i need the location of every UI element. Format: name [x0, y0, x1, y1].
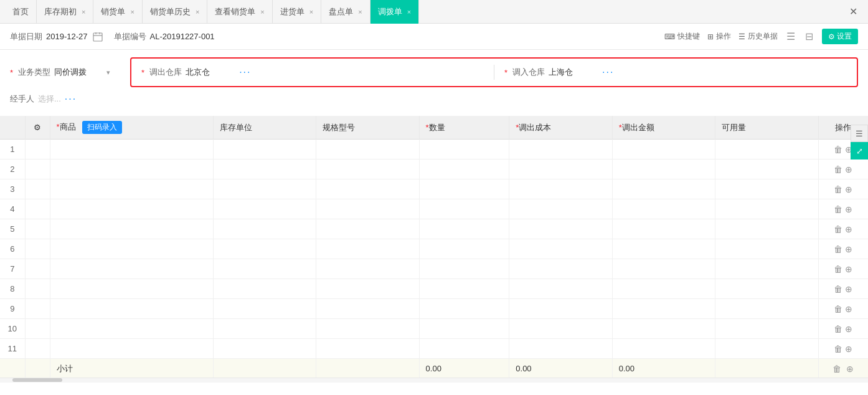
row-amount-10[interactable] — [612, 319, 715, 339]
delete-icon-10[interactable]: 🗑 — [834, 324, 842, 334]
delete-icon-4[interactable]: 🗑 — [834, 204, 842, 214]
row-gear-2[interactable] — [25, 159, 50, 179]
delete-icon-9[interactable]: 🗑 — [834, 304, 842, 314]
layout-list-icon[interactable]: ☰ — [785, 29, 796, 44]
warehouse-out-dots[interactable]: ··· — [239, 67, 251, 78]
row-product-9[interactable] — [50, 299, 213, 319]
row-cost-10[interactable] — [509, 319, 612, 339]
copy-icon-2[interactable]: ⊕ — [845, 164, 852, 174]
row-qty-6[interactable] — [419, 239, 509, 259]
tab-purchase[interactable]: 进货单 × — [273, 0, 321, 24]
row-qty-7[interactable] — [419, 259, 509, 279]
row-qty-4[interactable] — [419, 199, 509, 219]
gear-icon[interactable]: ⚙ — [34, 123, 41, 132]
row-amount-6[interactable] — [612, 239, 715, 259]
row-qty-3[interactable] — [419, 179, 509, 199]
subtotal-delete-icon[interactable]: 🗑 — [833, 364, 841, 374]
row-gear-8[interactable] — [25, 279, 50, 299]
right-panel-list-btn[interactable]: ☰ — [851, 125, 868, 142]
row-gear-10[interactable] — [25, 319, 50, 339]
tab-sales-order[interactable]: 销货单 × — [93, 0, 142, 24]
row-product-8[interactable] — [50, 279, 213, 299]
scrollbar-thumb[interactable] — [12, 378, 62, 382]
tab-inventory-init[interactable]: 库存期初 × — [37, 0, 93, 24]
tab-sales-history-close[interactable]: × — [196, 8, 199, 16]
row-qty-11[interactable] — [419, 339, 509, 359]
row-amount-9[interactable] — [612, 299, 715, 319]
row-gear-5[interactable] — [25, 219, 50, 239]
row-gear-7[interactable] — [25, 259, 50, 279]
row-cost-6[interactable] — [509, 239, 612, 259]
tab-view-sales[interactable]: 查看销货单 × — [207, 0, 272, 24]
tab-sales-history[interactable]: 销货单历史 × — [143, 0, 207, 24]
copy-icon-5[interactable]: ⊕ — [845, 224, 852, 234]
calendar-icon[interactable] — [92, 31, 104, 43]
copy-icon-11[interactable]: ⊕ — [845, 344, 852, 354]
row-cost-7[interactable] — [509, 259, 612, 279]
row-product-7[interactable] — [50, 259, 213, 279]
tab-stocktake[interactable]: 盘点单 × — [321, 0, 370, 24]
row-amount-2[interactable] — [612, 159, 715, 179]
row-cost-5[interactable] — [509, 219, 612, 239]
delete-icon-5[interactable]: 🗑 — [834, 224, 842, 234]
row-qty-8[interactable] — [419, 279, 509, 299]
row-amount-7[interactable] — [612, 259, 715, 279]
row-product-4[interactable] — [50, 199, 213, 219]
handler-dots[interactable]: ··· — [65, 93, 77, 105]
row-gear-4[interactable] — [25, 199, 50, 219]
row-product-2[interactable] — [50, 159, 213, 179]
warehouse-in-dots[interactable]: ··· — [602, 67, 614, 78]
tab-transfer-close[interactable]: × — [407, 8, 411, 16]
row-cost-9[interactable] — [509, 299, 612, 319]
operate-button[interactable]: ⊞ 操作 — [707, 31, 731, 42]
row-amount-11[interactable] — [612, 339, 715, 359]
row-qty-2[interactable] — [419, 159, 509, 179]
row-qty-10[interactable] — [419, 319, 509, 339]
row-qty-1[interactable] — [419, 140, 509, 159]
row-product-11[interactable] — [50, 339, 213, 359]
col-gear-header[interactable]: ⚙ — [25, 116, 50, 140]
tab-home[interactable]: 首页 — [5, 0, 37, 24]
delete-icon-8[interactable]: 🗑 — [834, 284, 842, 294]
scrollbar-area[interactable] — [0, 378, 868, 383]
row-amount-5[interactable] — [612, 219, 715, 239]
row-gear-6[interactable] — [25, 239, 50, 259]
copy-icon-4[interactable]: ⊕ — [845, 204, 852, 214]
tab-view-sales-close[interactable]: × — [260, 8, 264, 16]
row-product-3[interactable] — [50, 179, 213, 199]
business-type-select[interactable]: 同价调拨 ▾ — [54, 67, 110, 78]
row-qty-9[interactable] — [419, 299, 509, 319]
copy-icon-3[interactable]: ⊕ — [845, 184, 852, 194]
row-cost-3[interactable] — [509, 179, 612, 199]
tab-sales-order-close[interactable]: × — [130, 8, 134, 16]
row-qty-5[interactable] — [419, 219, 509, 239]
handler-placeholder[interactable]: 选择... — [38, 93, 61, 105]
row-amount-1[interactable] — [612, 140, 715, 159]
shortcut-button[interactable]: ⌨ 快捷键 — [664, 31, 700, 42]
copy-icon-10[interactable]: ⊕ — [845, 324, 852, 334]
row-amount-4[interactable] — [612, 199, 715, 219]
row-cost-4[interactable] — [509, 199, 612, 219]
row-gear-3[interactable] — [25, 179, 50, 199]
row-gear-11[interactable] — [25, 339, 50, 359]
row-cost-8[interactable] — [509, 279, 612, 299]
delete-icon-3[interactable]: 🗑 — [834, 184, 842, 194]
tab-inventory-init-close[interactable]: × — [82, 8, 85, 16]
row-cost-2[interactable] — [509, 159, 612, 179]
delete-icon-1[interactable]: 🗑 — [834, 145, 842, 155]
tab-purchase-close[interactable]: × — [309, 8, 313, 16]
row-product-1[interactable] — [50, 140, 213, 159]
tab-transfer[interactable]: 调拨单 × — [370, 0, 419, 24]
row-gear-1[interactable] — [25, 140, 50, 159]
layout-grid-icon[interactable]: ⊟ — [804, 29, 814, 44]
row-product-10[interactable] — [50, 319, 213, 339]
copy-icon-6[interactable]: ⊕ — [845, 244, 852, 254]
row-gear-9[interactable] — [25, 299, 50, 319]
delete-icon-7[interactable]: 🗑 — [834, 264, 842, 274]
scan-button[interactable]: 扫码录入 — [82, 121, 122, 134]
tab-stocktake-close[interactable]: × — [358, 8, 362, 16]
setting-button[interactable]: ⚙ 设置 — [822, 29, 858, 44]
copy-icon-7[interactable]: ⊕ — [845, 264, 852, 274]
row-amount-8[interactable] — [612, 279, 715, 299]
delete-icon-11[interactable]: 🗑 — [834, 344, 842, 354]
